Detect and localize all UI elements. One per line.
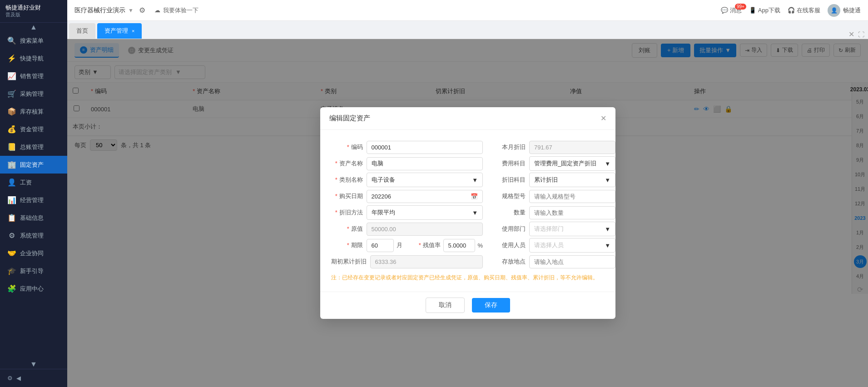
operations-icon: 📊 [7,196,16,204]
person-select[interactable]: 请选择人员 ▼ [529,238,615,253]
sidebar-item-guide[interactable]: 🎓 新手引导 [0,262,67,280]
sidebar-item-corp[interactable]: 🤝 企业协同 [0,244,67,262]
sidebar-logo-sub: 普及版 [5,11,41,18]
residual-rate-label: 残值率 [409,241,441,249]
appcenter-icon: 🧩 [7,284,16,293]
purchase-date-input[interactable]: 202206 📅 [367,190,483,203]
sidebar-scroll-up[interactable]: ▲ [0,23,67,32]
dept-select[interactable]: 请选择部门 ▼ [529,222,615,236]
calendar-icon: 📅 [471,193,478,200]
sidebar-item-finance[interactable]: 💰 资金管理 [0,120,67,138]
form-row-expense-account: 费用科目 管理费用_固定资产折旧 ▼ [494,155,615,172]
sidebar-menu: 🔍 搜索菜单 ⚡ 快捷导航 📈 销售管理 🛒 采购管理 📦 库存核算 💰 资金管… [0,32,67,360]
sidebar-item-payroll[interactable]: 👤 工资 [0,174,67,191]
dep-account-chevron-icon: ▼ [605,177,610,184]
sidebar-item-label: 企业协同 [20,249,44,258]
save-button[interactable]: 保存 [472,298,510,313]
accumulated-dep-input[interactable] [370,255,483,268]
sidebar-scroll-down[interactable]: ▼ [0,360,67,369]
window-close-icon[interactable]: ✕ [848,30,854,39]
sidebar-item-basic[interactable]: 📋 基础信息 [0,209,67,227]
purchase-date-label: 购买日期 [331,192,363,200]
location-input[interactable] [529,255,615,268]
dept-chevron-icon: ▼ [605,226,610,233]
expense-account-label: 费用科目 [494,159,526,168]
industry-title[interactable]: 医疗器械行业演示 ▼ [74,6,134,15]
window-maximize-icon[interactable]: ⛶ [858,31,864,38]
sidebar-item-label: 采购管理 [20,90,44,98]
sidebar-item-quicknav[interactable]: ⚡ 快捷导航 [0,50,67,67]
sidebar: 畅捷通好业财 普及版 ▲ 🔍 搜索菜单 ⚡ 快捷导航 📈 销售管理 🛒 采购管理… [0,0,67,387]
app-download-button[interactable]: 📱 App下载 [749,6,780,15]
category-chevron-icon: ▼ [472,177,478,184]
messages-button[interactable]: 💬 消息 99+ [721,6,742,15]
sidebar-item-appcenter[interactable]: 🧩 应用中心 [0,280,67,298]
sidebar-item-search[interactable]: 🔍 搜索菜单 [0,32,67,50]
original-value-label: 原值 [331,225,363,233]
tab-close-icon[interactable]: × [132,28,134,34]
topbar-settings-icon[interactable]: ⚙ [139,6,145,15]
modal-close-icon[interactable]: ✕ [600,114,606,123]
topbar: 医疗器械行业演示 ▼ ⚙ ☁ 我要体验一下 💬 消息 99+ 📱 App下载 🎧… [67,0,868,21]
sidebar-item-assets[interactable]: 🏢 固定资产 [0,156,67,174]
messages-badge: 99+ [735,4,746,10]
location-label: 存放地点 [494,258,526,266]
form-row-category: 类别名称 电子设备 ▼ [331,172,483,188]
basic-icon: 📋 [7,213,16,222]
sidebar-item-label: 快捷导航 [20,55,44,63]
inventory-icon: 📦 [7,107,16,116]
sidebar-item-label: 工资 [20,179,32,187]
user-menu[interactable]: 👤 畅捷通 [828,4,861,17]
person-chevron-icon: ▼ [605,242,610,249]
sidebar-item-label: 资金管理 [20,125,44,134]
sidebar-item-label: 总账管理 [20,143,44,151]
modal-footer: 取消 保存 [320,292,615,319]
cancel-button[interactable]: 取消 [426,298,465,313]
chevron-down-icon: ▼ [128,7,134,14]
tab-assets[interactable]: 资产管理 × [97,23,142,39]
sidebar-item-ledger[interactable]: 📒 总账管理 [0,138,67,156]
sidebar-logo-text: 畅捷通好业财 [5,4,41,11]
residual-rate-input[interactable] [443,239,475,252]
dep-account-select[interactable]: 累计折旧 ▼ [529,173,615,187]
quantity-input[interactable] [529,206,615,219]
dep-method-label: 折旧方法 [331,208,363,217]
form-row-dep-account: 折旧科目 累计折旧 ▼ [494,172,615,188]
sidebar-settings[interactable]: ⚙ ◀ [0,369,67,387]
name-label: 资产名称 [331,159,363,168]
period-input[interactable] [367,239,394,252]
sidebar-item-system[interactable]: ⚙ 系统管理 [0,227,67,244]
main-area: 医疗器械行业演示 ▼ ⚙ ☁ 我要体验一下 💬 消息 99+ 📱 App下载 🎧… [67,0,868,387]
topbar-cloud[interactable]: ☁ 我要体验一下 [154,6,198,15]
purchase-date-value: 202206 [372,193,391,200]
name-input[interactable] [367,157,483,170]
original-value-input[interactable] [367,223,483,236]
category-value: 电子设备 [372,176,395,184]
form-row-dept: 使用部门 请选择部门 ▼ [494,221,615,237]
corp-icon: 🤝 [7,249,16,258]
tab-home[interactable]: 首页 [69,23,95,39]
quantity-label: 数量 [494,208,526,217]
sidebar-item-label: 新手引导 [20,267,44,275]
expense-account-select[interactable]: 管理费用_固定资产折旧 ▼ [529,156,615,171]
dep-method-select[interactable]: 年限平均 ▼ [367,205,483,220]
form-row-name: 资产名称 [331,155,483,172]
spec-input[interactable] [529,190,615,203]
sidebar-item-label: 固定资产 [20,161,44,169]
form-row-spec: 规格型号 [494,188,615,204]
category-select[interactable]: 电子设备 ▼ [367,173,483,187]
sidebar-item-purchase[interactable]: 🛒 采购管理 [0,85,67,103]
sidebar-item-sales[interactable]: 📈 销售管理 [0,67,67,85]
form-row-person: 使用人员 请选择人员 ▼ [494,237,615,253]
dep-account-value: 累计折旧 [534,176,558,184]
form-row-purchase-date: 购买日期 202206 📅 [331,188,483,204]
code-input[interactable] [367,141,483,154]
form-row-period: 期限 月 残值率 % [331,237,483,253]
sidebar-item-operations[interactable]: 📊 经营管理 [0,191,67,209]
person-label: 使用人员 [494,241,526,249]
customer-service-button[interactable]: 🎧 在线客服 [788,6,820,15]
sidebar-collapse-icon[interactable]: ◀ [16,375,21,382]
form-row-dep-method: 折旧方法 年限平均 ▼ [331,204,483,221]
sidebar-item-inventory[interactable]: 📦 库存核算 [0,103,67,120]
sidebar-item-label: 经营管理 [20,196,44,204]
